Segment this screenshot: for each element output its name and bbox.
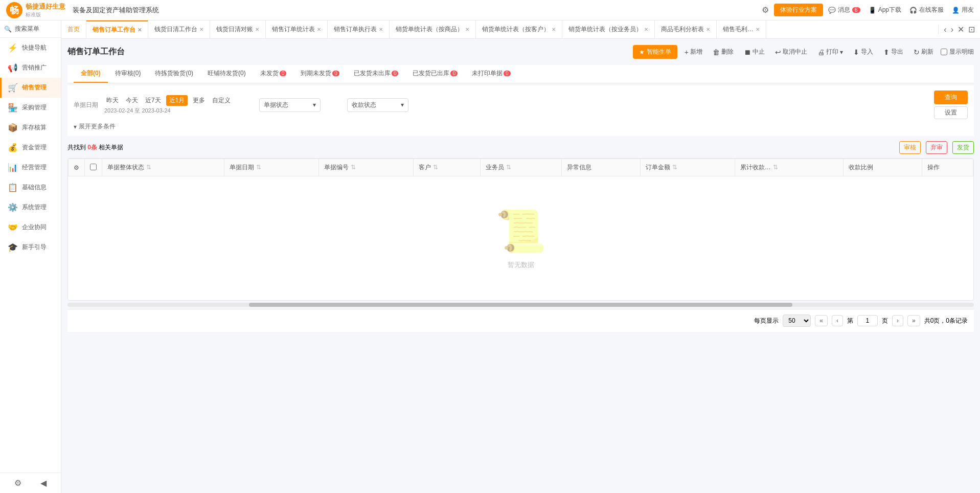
print-btn[interactable]: 🖨 打印 ▾ [814, 46, 846, 58]
export-btn[interactable]: ⬆ 导出 [880, 46, 906, 58]
sidebar-item-purchase-management[interactable]: 🏪 采购管理 [0, 98, 61, 118]
sort-icon[interactable]: ⇅ [146, 164, 151, 171]
tab-maximize-btn[interactable]: ⊡ [966, 25, 977, 34]
query-btn[interactable]: 查询 [934, 91, 968, 104]
show-detail-checkbox[interactable] [941, 49, 947, 55]
tab-sales-order-exec[interactable]: 销售订单执行表 ✕ [328, 20, 390, 39]
headset-icon: 🎧 [909, 7, 917, 14]
sub-tab-shipped-not-in[interactable]: 已发货未出库0 [347, 65, 406, 83]
tab-sales-gross[interactable]: 销售毛利… ✕ [717, 20, 766, 39]
tab-sales-stat-customer[interactable]: 销货单统计表（按客户） ✕ [476, 20, 562, 39]
online-service-item[interactable]: 🎧 在线客服 [909, 6, 944, 14]
sidebar-item-inventory-check[interactable]: 📦 库存核算 [0, 118, 61, 138]
refresh-label: 刷新 [921, 48, 933, 56]
sort-icon[interactable]: ⇅ [672, 164, 677, 171]
tab-close-icon[interactable]: ✕ [138, 27, 142, 33]
tab-close-icon[interactable]: ✕ [255, 27, 259, 32]
cancel-stop-btn[interactable]: ↩ 取消中止 [772, 46, 810, 58]
status-filter[interactable]: 单据状态 ▾ [259, 98, 321, 112]
first-page-btn[interactable]: « [815, 315, 828, 326]
tab-close-all-btn[interactable]: ✕ [955, 25, 966, 34]
tab-close-icon[interactable]: ✕ [552, 27, 556, 32]
sub-tab-all[interactable]: 全部(0) [74, 65, 108, 83]
sub-tab-not-shipped[interactable]: 未发货0 [253, 65, 294, 83]
tab-cash-daily[interactable]: 钱货日清工作台 ✕ [148, 20, 210, 39]
horizontal-scrollbar[interactable] [67, 303, 974, 307]
tab-product-margin[interactable]: 商品毛利分析表 ✕ [655, 20, 717, 39]
sidebar-item-marketing-promotion[interactable]: 📢 营销推广 [0, 58, 61, 78]
tab-close-icon[interactable]: ✕ [379, 27, 383, 32]
search-menu[interactable]: 🔍 搜索菜单 [0, 20, 61, 38]
date-btn-more[interactable]: 更多 [191, 95, 207, 106]
sidebar-item-enterprise-cooperation[interactable]: 🤝 企业协同 [0, 217, 61, 237]
tab-sales-stat-product[interactable]: 销货单统计表（按商品） ✕ [390, 20, 476, 39]
sub-tab-shipped-out[interactable]: 已发货已出库0 [405, 65, 465, 83]
sidebar-item-basic-info[interactable]: 📋 基础信息 [0, 177, 61, 197]
date-btn-custom[interactable]: 自定义 [210, 95, 233, 106]
sub-tab-expired-not-shipped[interactable]: 到期未发货0 [293, 65, 347, 83]
pay-status-filter[interactable]: 收款状态 ▾ [347, 98, 408, 112]
ship-btn[interactable]: 发货 [952, 141, 974, 154]
th-ratio: 收款比例 [843, 159, 922, 176]
sort-icon[interactable]: ⇅ [506, 164, 511, 171]
sidebar-settings-btn[interactable]: ⚙ [14, 478, 21, 488]
expand-conditions[interactable]: ▾ 展开更多条件 [74, 122, 968, 131]
sort-icon[interactable]: ⇅ [773, 164, 778, 171]
tab-close-icon[interactable]: ✕ [706, 27, 710, 32]
settings-btn[interactable]: 设置 [934, 106, 968, 119]
sidebar-item-system-management[interactable]: ⚙️ 系统管理 [0, 197, 61, 217]
prev-page-btn[interactable]: ‹ [832, 315, 843, 326]
smart-generate-btn[interactable]: ★ 智能生单 [633, 45, 677, 59]
sidebar-item-quick-nav[interactable]: ⚡ 快捷导航 [0, 38, 61, 58]
sort-icon[interactable]: ⇅ [256, 164, 261, 171]
stop-btn[interactable]: ⏹ 中止 [741, 46, 768, 58]
refresh-btn[interactable]: ↻ 刷新 [910, 46, 937, 58]
review-btn[interactable]: 审核 [899, 141, 921, 154]
sidebar-collapse-btn[interactable]: ◀ [40, 478, 47, 488]
date-btn-1month[interactable]: 近1月 [166, 95, 188, 106]
import-btn[interactable]: ⬇ 导入 [850, 46, 876, 58]
sidebar-item-operation-management[interactable]: 📊 经营管理 [0, 158, 61, 177]
sort-icon[interactable]: ⇅ [433, 164, 438, 171]
tab-sales-stat-staff[interactable]: 销货单统计表（按业务员） ✕ [562, 20, 655, 39]
tab-sales-workbench[interactable]: 销售订单工作台 ✕ [86, 20, 148, 39]
add-btn[interactable]: + 新增 [681, 46, 705, 58]
tab-close-icon[interactable]: ✕ [756, 27, 760, 32]
tab-next-btn[interactable]: › [949, 25, 955, 34]
date-btn-yesterday[interactable]: 昨天 [104, 95, 121, 106]
tab-close-icon[interactable]: ✕ [465, 27, 469, 32]
scroll-thumb[interactable] [249, 303, 793, 307]
sidebar-item-finance-management[interactable]: 💰 资金管理 [0, 138, 61, 158]
app-download-item[interactable]: 📱 App下载 [869, 6, 901, 14]
user-item[interactable]: 👤 用友 [952, 6, 974, 14]
print-dropdown-icon: ▾ [840, 49, 843, 56]
sidebar-item-beginner-guide[interactable]: 🎓 新手引导 [0, 237, 61, 257]
date-btn-7days[interactable]: 近7天 [143, 95, 163, 106]
sub-tab-not-printed[interactable]: 未打印单据0 [465, 65, 518, 83]
select-all-checkbox[interactable] [90, 164, 97, 170]
tab-home[interactable]: 首页 [61, 20, 86, 39]
industry-btn[interactable]: 体验行业方案 [774, 4, 823, 16]
message-item[interactable]: 💬 消息 6 [828, 6, 860, 14]
sub-tab-wangpu-pending[interactable]: 旺铺待发货(0) [200, 65, 253, 83]
sub-tab-pending-review[interactable]: 待审核(0) [108, 65, 148, 83]
next-page-btn[interactable]: › [892, 315, 903, 326]
system-name: 装备及固定资产辅助管理系统 [73, 6, 757, 15]
gear-button[interactable]: ⚙ [762, 5, 769, 15]
date-btn-today[interactable]: 今天 [124, 95, 140, 106]
tab-close-icon[interactable]: ✕ [317, 27, 321, 32]
delete-btn[interactable]: 🗑 删除 [710, 46, 737, 58]
th-settings[interactable]: ⚙ [69, 159, 85, 176]
last-page-btn[interactable]: » [907, 315, 920, 326]
tab-prev-btn[interactable]: ‹ [942, 25, 948, 34]
tab-close-icon[interactable]: ✕ [199, 27, 203, 32]
page-size-select[interactable]: 50 10 20 100 [783, 315, 811, 327]
page-input[interactable] [857, 315, 878, 326]
sidebar-item-sales-management[interactable]: 🛒 销售管理 [0, 78, 61, 98]
tab-sales-order-stat[interactable]: 销售订单统计表 ✕ [266, 20, 328, 39]
cancel-review-btn[interactable]: 弃审 [926, 141, 947, 154]
sort-icon[interactable]: ⇅ [351, 164, 356, 171]
sub-tab-pending-inspect[interactable]: 待拣货验货(0) [148, 65, 200, 83]
tab-cash-reconcile[interactable]: 钱货日清对账 ✕ [210, 20, 266, 39]
tab-close-icon[interactable]: ✕ [644, 27, 648, 32]
